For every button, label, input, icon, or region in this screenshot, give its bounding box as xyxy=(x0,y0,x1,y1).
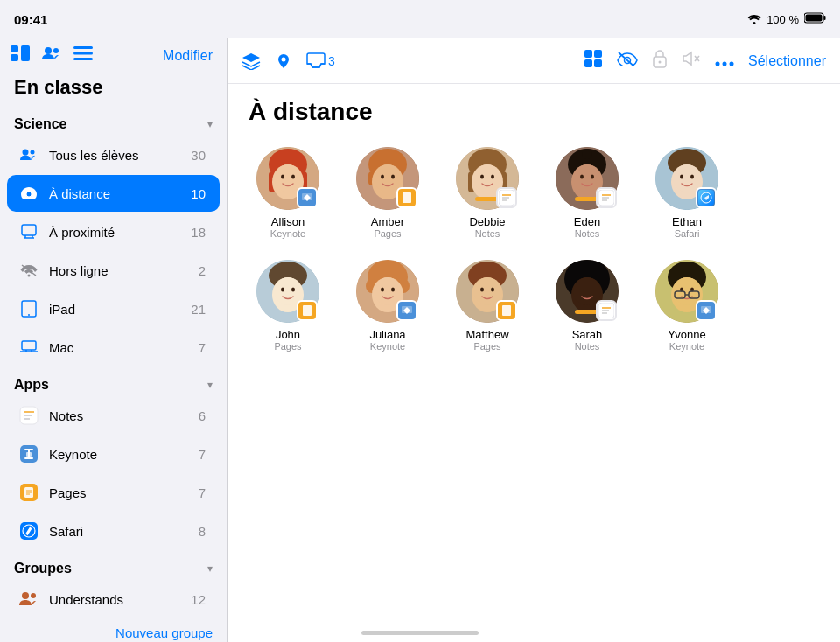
student-app: Keynote xyxy=(270,228,305,239)
svg-point-35 xyxy=(282,57,286,61)
tous-count: 30 xyxy=(191,148,206,163)
mute-icon[interactable] xyxy=(682,49,701,73)
modifier-button[interactable]: Modifier xyxy=(163,48,213,64)
safari-label: Safari xyxy=(49,524,199,539)
svg-rect-127 xyxy=(502,305,511,316)
svg-point-133 xyxy=(591,288,594,292)
student-card-amber[interactable]: Amber Pages xyxy=(348,147,427,239)
student-card-ethan[interactable]: Ethan Safari xyxy=(648,147,726,239)
distance-count: 10 xyxy=(191,186,206,201)
svg-point-11 xyxy=(23,150,29,156)
sidebar-item-tous[interactable]: Tous les élèves 30 xyxy=(7,136,220,173)
student-card-eden[interactable]: Eden Notes xyxy=(548,147,626,239)
status-right: 100 % xyxy=(747,12,826,26)
svg-point-7 xyxy=(53,48,59,53)
svg-point-65 xyxy=(381,175,384,179)
svg-point-83 xyxy=(582,149,592,159)
svg-point-43 xyxy=(659,61,662,64)
sidebar-item-pages[interactable]: Pages 7 xyxy=(7,474,220,511)
app-badge-notes xyxy=(596,300,617,321)
battery-percent: 100 % xyxy=(766,13,799,26)
select-button[interactable]: Sélectionner xyxy=(748,53,826,69)
svg-point-86 xyxy=(580,175,584,179)
student-card-debbie[interactable]: Debbie Notes xyxy=(448,147,527,239)
more-icon[interactable] xyxy=(715,51,734,71)
student-card-juliana[interactable]: Juliana Keynote xyxy=(348,260,427,352)
sidebar-people-icon[interactable] xyxy=(42,45,61,66)
sidebar-item-notes[interactable]: Notes 6 xyxy=(7,397,220,434)
app-badge-keynote xyxy=(696,300,717,321)
avatar-container xyxy=(456,147,519,210)
sidebar-section-title: En classe xyxy=(0,73,227,106)
location-icon[interactable] xyxy=(275,52,292,70)
notes-count: 6 xyxy=(199,408,206,423)
svg-rect-5 xyxy=(21,45,30,61)
nouveau-groupe-button[interactable]: Nouveau groupe xyxy=(0,618,227,642)
ipad-icon xyxy=(18,297,40,320)
svg-point-46 xyxy=(716,62,720,66)
sidebar-item-distance[interactable]: À distance 10 xyxy=(7,175,220,212)
proximite-label: À proximité xyxy=(49,225,191,240)
understands-label: Understands xyxy=(49,592,191,607)
svg-rect-37 xyxy=(594,50,602,58)
svg-rect-9 xyxy=(74,52,93,55)
svg-rect-14 xyxy=(22,225,36,235)
svg-point-56 xyxy=(291,175,295,179)
science-chevron-icon[interactable]: ▾ xyxy=(207,118,213,130)
sidebar-panels-icon[interactable] xyxy=(10,45,30,66)
svg-point-125 xyxy=(491,288,494,292)
svg-point-18 xyxy=(28,314,30,316)
apps-group-label: Apps xyxy=(14,377,49,393)
student-card-allison[interactable]: Allison Keynote xyxy=(248,147,327,239)
keynote-count: 7 xyxy=(199,447,206,462)
groupes-chevron-icon[interactable]: ▾ xyxy=(207,562,213,575)
svg-point-115 xyxy=(381,288,384,292)
student-card-matthew[interactable]: Matthew Pages xyxy=(448,260,527,352)
svg-rect-2 xyxy=(806,15,822,22)
sidebar-item-proximite[interactable]: À proximité 18 xyxy=(7,213,220,250)
inbox-icon[interactable]: 3 xyxy=(306,52,335,70)
student-name: Eden xyxy=(574,215,600,228)
safari-app-icon xyxy=(18,520,40,542)
sidebar-item-hors-ligne[interactable]: Hors ligne 2 xyxy=(7,252,220,289)
sidebar-list-icon[interactable] xyxy=(74,45,93,66)
svg-point-34 xyxy=(31,593,36,598)
wifi-icon xyxy=(747,13,761,26)
pages-label: Pages xyxy=(49,485,199,500)
home-indicator xyxy=(361,631,479,635)
layers-icon[interactable] xyxy=(242,52,261,70)
avatar-container xyxy=(256,260,319,323)
avatar-container xyxy=(556,147,619,210)
sidebar-item-understands[interactable]: Understands 12 xyxy=(7,581,220,618)
student-card-sarah[interactable]: Sarah Notes xyxy=(548,260,626,352)
student-card-john[interactable]: John Pages xyxy=(248,260,327,352)
apps-chevron-icon[interactable]: ▾ xyxy=(207,379,213,391)
student-name: Juliana xyxy=(369,328,405,341)
sidebar-item-mac[interactable]: Mac 7 xyxy=(7,329,220,366)
sidebar-item-keynote[interactable]: Keynote 7 xyxy=(7,436,220,472)
grid-view-icon[interactable] xyxy=(584,49,603,73)
main-content: 3 xyxy=(228,0,840,642)
student-name: Yvonne xyxy=(668,328,705,341)
proximite-icon xyxy=(18,220,40,243)
pages-app-icon xyxy=(18,481,40,504)
lock-icon[interactable] xyxy=(652,49,668,73)
ipad-label: iPad xyxy=(49,302,191,317)
visibility-icon[interactable] xyxy=(617,51,638,71)
svg-point-96 xyxy=(680,175,683,179)
sidebar-item-ipad[interactable]: iPad 21 xyxy=(7,290,220,327)
svg-point-15 xyxy=(28,275,31,277)
student-card-yvonne[interactable]: Yvonne Keynote xyxy=(648,260,726,352)
svg-point-33 xyxy=(22,592,29,599)
app-badge-pages xyxy=(396,187,417,208)
svg-point-97 xyxy=(690,175,694,179)
student-app: Safari xyxy=(675,228,700,239)
svg-rect-108 xyxy=(303,305,312,316)
pages-count: 7 xyxy=(199,485,206,500)
sidebar-item-safari[interactable]: Safari 8 xyxy=(7,513,220,549)
svg-rect-36 xyxy=(584,50,592,58)
main-toolbar: 3 xyxy=(228,38,840,84)
svg-point-6 xyxy=(45,47,52,54)
main-title: À distance xyxy=(228,84,840,133)
svg-point-66 xyxy=(391,175,395,179)
